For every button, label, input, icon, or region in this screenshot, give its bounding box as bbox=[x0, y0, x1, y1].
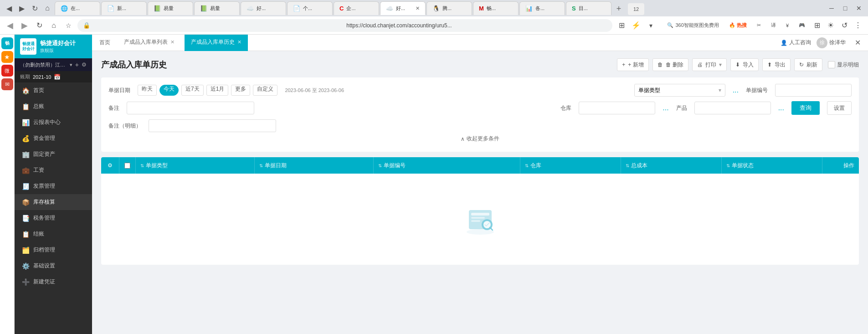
browser-tab-9[interactable]: 🐧 腾... bbox=[426, 1, 472, 15]
minimize-btn[interactable]: ─ bbox=[826, 3, 837, 14]
nav-item-ledger[interactable]: 📋 总账 bbox=[15, 98, 92, 114]
delete-btn[interactable]: 🗑 🗑 删除 bbox=[652, 58, 688, 71]
nav-item-inventory[interactable]: 📦 库存核算 bbox=[15, 194, 92, 210]
close-tab-list[interactable]: ✕ bbox=[170, 39, 175, 45]
browser-tab-8[interactable]: ☁️ 好... ✕ bbox=[380, 1, 426, 15]
apps-btn[interactable]: ⊞ bbox=[812, 20, 822, 31]
th-cost[interactable]: ⇅ 总成本 bbox=[621, 157, 722, 174]
setting-btn[interactable]: 设置 bbox=[827, 101, 852, 115]
browser-tab-7[interactable]: C 企... bbox=[334, 1, 379, 15]
th-settings[interactable]: ⚙ bbox=[101, 157, 119, 174]
window-close-btn[interactable]: ✕ bbox=[853, 3, 864, 14]
nav-item-base[interactable]: ⚙️ 基础设置 bbox=[15, 258, 92, 274]
app-icon-email[interactable]: ✉ bbox=[1, 78, 13, 90]
new-tab-btn[interactable]: + bbox=[612, 2, 625, 15]
dropdown-btn[interactable]: ▾ bbox=[645, 20, 656, 31]
warehouse-ellipsis-btn[interactable]: ... bbox=[663, 104, 668, 112]
translate-btn[interactable]: 译 bbox=[767, 20, 780, 31]
collapse-btn[interactable]: ∧ 收起更多条件 bbox=[108, 132, 852, 145]
nav-item-home[interactable]: 🏠 首页 bbox=[15, 82, 92, 98]
display-checkbox[interactable] bbox=[828, 61, 835, 68]
type-select[interactable]: 单据类型 ▾ bbox=[634, 84, 725, 97]
user-profile[interactable]: 徐 徐泽华 bbox=[817, 37, 846, 48]
close-panel-btn[interactable]: ✕ bbox=[855, 38, 861, 47]
new-btn[interactable]: + + 新增 bbox=[617, 58, 648, 71]
th-check[interactable] bbox=[119, 157, 136, 174]
nav-item-fund[interactable]: 💰 资金管理 bbox=[15, 130, 92, 146]
date-custom[interactable]: 自定义 bbox=[253, 85, 277, 96]
settings-icon[interactable]: ⚙ bbox=[108, 162, 113, 169]
browser-tab-4[interactable]: 📗 易量 bbox=[194, 1, 240, 15]
date-today[interactable]: 今天 bbox=[159, 85, 179, 96]
undo-btn[interactable]: ↺ bbox=[839, 20, 850, 31]
company-settings-icon[interactable]: ⚙ bbox=[82, 62, 87, 68]
number-input[interactable] bbox=[775, 84, 852, 97]
hot-search-btn[interactable]: 🔥 热搜 bbox=[725, 20, 750, 31]
service-btn[interactable]: 👤 人工咨询 bbox=[781, 39, 811, 46]
product-input[interactable] bbox=[694, 102, 771, 114]
brightness-btn[interactable]: ☀ bbox=[825, 20, 836, 31]
grid-btn[interactable]: ⊞ bbox=[616, 20, 627, 31]
nav-item-fixed[interactable]: 🏢 固定资产 bbox=[15, 146, 92, 162]
nav-item-wage[interactable]: 💼 工资 bbox=[15, 162, 92, 178]
nav-item-tax[interactable]: 📑 税务管理 bbox=[15, 210, 92, 226]
export-btn[interactable]: ⬆ 导出 bbox=[762, 58, 791, 71]
date-yesterday[interactable]: 昨天 bbox=[138, 85, 157, 96]
refresh-btn[interactable]: ↻ 刷新 bbox=[794, 58, 822, 71]
back-btn[interactable]: ◀ bbox=[5, 20, 15, 31]
browser-back-btn[interactable]: ◀ bbox=[4, 3, 15, 14]
home-btn[interactable]: ⌂ bbox=[48, 20, 59, 31]
browser-tab-2[interactable]: 📄 新... bbox=[101, 1, 147, 15]
browser-tab-3[interactable]: 📗 易量 bbox=[148, 1, 193, 15]
detail-note-input[interactable] bbox=[149, 119, 276, 132]
game-btn[interactable]: 🎮 bbox=[795, 20, 809, 31]
date-7days[interactable]: 近7天 bbox=[181, 85, 204, 96]
company-add-icon[interactable]: + bbox=[75, 61, 79, 68]
maximize-btn[interactable]: □ bbox=[840, 3, 851, 14]
url-bar[interactable]: 🔒 https://cloud.chanjet.com/accounting/u… bbox=[77, 19, 612, 32]
browser-home-btn[interactable]: ⌂ bbox=[42, 3, 53, 14]
browser-tab-12[interactable]: S 目... bbox=[566, 1, 611, 15]
breadcrumb-home[interactable]: 首页 bbox=[99, 39, 110, 46]
close-tab-history[interactable]: ✕ bbox=[237, 39, 241, 45]
browser-tab-6[interactable]: 📄 个... bbox=[287, 1, 333, 15]
note-input[interactable] bbox=[127, 102, 254, 114]
nav-item-new-voucher[interactable]: ➕ 新建凭证 bbox=[15, 274, 92, 290]
nav-item-archive[interactable]: 🗂️ 归档管理 bbox=[15, 242, 92, 258]
type-more-icon[interactable]: ... bbox=[733, 86, 739, 94]
date-1month[interactable]: 近1月 bbox=[206, 85, 229, 96]
search-tool[interactable]: 🔍 360智能抠图免费用 bbox=[663, 20, 722, 31]
bookmark-btn[interactable]: ☆ bbox=[63, 20, 74, 31]
browser-tab-1[interactable]: 🌐 在... bbox=[55, 1, 100, 15]
import-btn[interactable]: ⬇ 导入 bbox=[730, 58, 759, 71]
browser-tab-10[interactable]: M 畅... bbox=[473, 1, 519, 15]
erp-company-row[interactable]: （勿删勿禁用）江西腺宝测试专用 ▾ + ⚙ bbox=[15, 58, 92, 71]
select-all-checkbox[interactable] bbox=[124, 163, 130, 169]
th-status[interactable]: ⇅ 单据状态 bbox=[722, 157, 822, 174]
app-icon-weibo[interactable]: 微 bbox=[1, 65, 13, 77]
browser-tab-5[interactable]: ☁️ 好... bbox=[241, 1, 286, 15]
app-icon-star[interactable]: ★ bbox=[1, 51, 13, 63]
nav-item-checkout[interactable]: 📋 结账 bbox=[15, 226, 92, 242]
nav-item-invoice[interactable]: 🧾 发票管理 bbox=[15, 178, 92, 194]
app-icon-chanjet[interactable]: 畅 bbox=[1, 37, 13, 49]
warehouse-input[interactable] bbox=[579, 102, 655, 114]
product-ellipsis-btn[interactable]: ... bbox=[778, 104, 784, 112]
company-dropdown-icon[interactable]: ▾ bbox=[70, 62, 72, 68]
currency-btn[interactable]: ¥ bbox=[782, 20, 792, 31]
calendar-icon[interactable]: 📅 bbox=[54, 74, 61, 80]
th-type[interactable]: ⇅ 单据类型 bbox=[136, 157, 255, 174]
browser-reload-btn[interactable]: ↻ bbox=[29, 3, 40, 14]
close-tab-8[interactable]: ✕ bbox=[416, 5, 420, 11]
menu-btn[interactable]: ⋮ bbox=[853, 20, 863, 31]
tab-count-badge[interactable]: 12 bbox=[628, 3, 644, 15]
browser-tab-11[interactable]: 📊 各... bbox=[519, 1, 565, 15]
browser-forward-btn[interactable]: ▶ bbox=[16, 3, 27, 14]
type-ellipsis-btn[interactable]: ... bbox=[733, 86, 739, 94]
th-warehouse[interactable]: ⇅ 仓库 bbox=[520, 157, 621, 174]
tab-history[interactable]: 产成品入库单历史 ✕ bbox=[185, 35, 248, 51]
scissors-btn[interactable]: ✂ bbox=[753, 20, 765, 31]
print-btn[interactable]: 🖨 打印 bbox=[692, 58, 727, 71]
th-date[interactable]: ⇅ 单据日期 bbox=[255, 157, 374, 174]
forward-btn[interactable]: ▶ bbox=[19, 20, 30, 31]
